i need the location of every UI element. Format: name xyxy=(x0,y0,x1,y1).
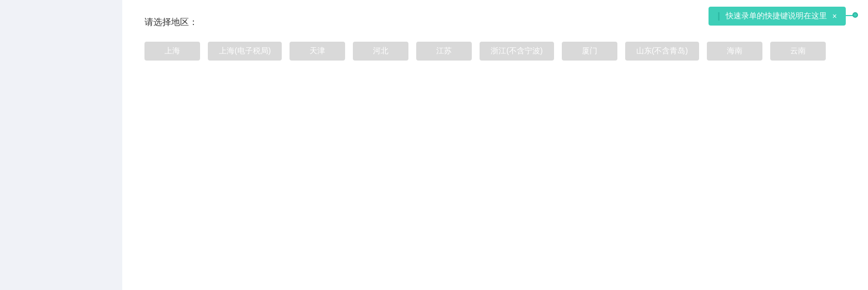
region-buttons-container: 上海上海(电子税局)天津河北江苏浙江(不含宁波)厦门山东(不含青岛)海南云南 xyxy=(144,42,846,61)
tooltip-close-button[interactable]: × xyxy=(832,12,837,21)
region-button-jiangsu[interactable]: 江苏 xyxy=(416,42,472,61)
tooltip-text: 快速录单的快捷键说明在这里 xyxy=(726,11,827,21)
region-button-xiamen[interactable]: 厦门 xyxy=(562,42,617,61)
region-button-hainan[interactable]: 海南 xyxy=(707,42,762,61)
tooltip-dot xyxy=(852,12,858,18)
region-button-hebei[interactable]: 河北 xyxy=(353,42,408,61)
region-button-yunnan[interactable]: 云南 xyxy=(770,42,826,61)
region-button-shanghai[interactable]: 上海 xyxy=(144,42,200,61)
region-button-shanghai-etax[interactable]: 上海(电子税局) xyxy=(208,42,282,61)
sidebar xyxy=(0,0,122,290)
main-content: 请选择地区： 上海上海(电子税局)天津河北江苏浙江(不含宁波)厦门山东(不含青岛… xyxy=(122,0,868,290)
region-button-shandong[interactable]: 山东(不含青岛) xyxy=(625,42,699,61)
tooltip-banner: 快速录单的快捷键说明在这里 × xyxy=(709,7,846,26)
region-button-zhejiang[interactable]: 浙江(不含宁波) xyxy=(480,42,553,61)
region-button-tianjin[interactable]: 天津 xyxy=(290,42,345,61)
